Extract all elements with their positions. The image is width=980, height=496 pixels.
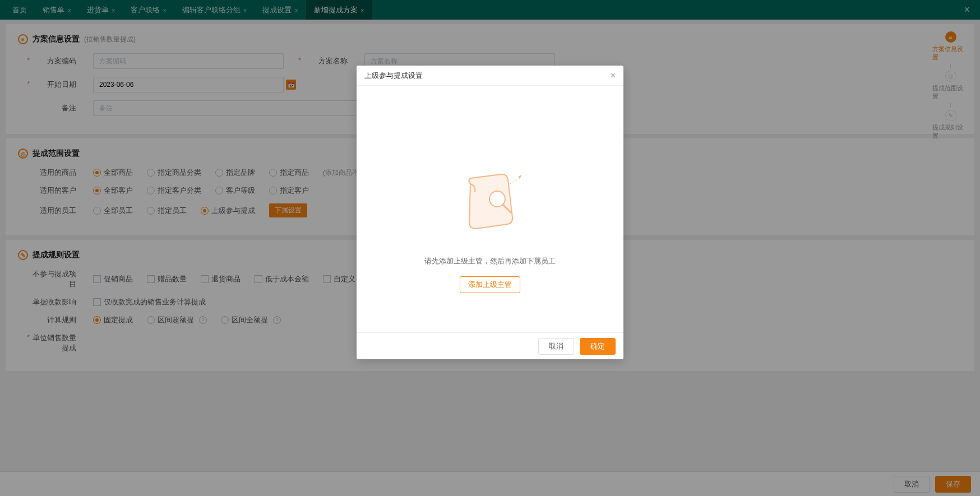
dialog-cancel-button[interactable]: 取消: [538, 338, 574, 355]
superior-settings-dialog: 上级参与提成设置 × 请先添加上级主管，然后再添加下属员工 添加上级主管 取消 …: [357, 66, 623, 359]
empty-illustration-icon: [454, 164, 526, 243]
dialog-close-icon[interactable]: ×: [611, 71, 616, 81]
dialog-message: 请先添加上级主管，然后再添加下属员工: [424, 256, 556, 266]
svg-line-2: [510, 178, 520, 184]
add-superior-button[interactable]: 添加上级主管: [460, 276, 520, 293]
dialog-ok-button[interactable]: 确定: [580, 338, 616, 355]
dialog-title: 上级参与提成设置: [364, 71, 423, 81]
